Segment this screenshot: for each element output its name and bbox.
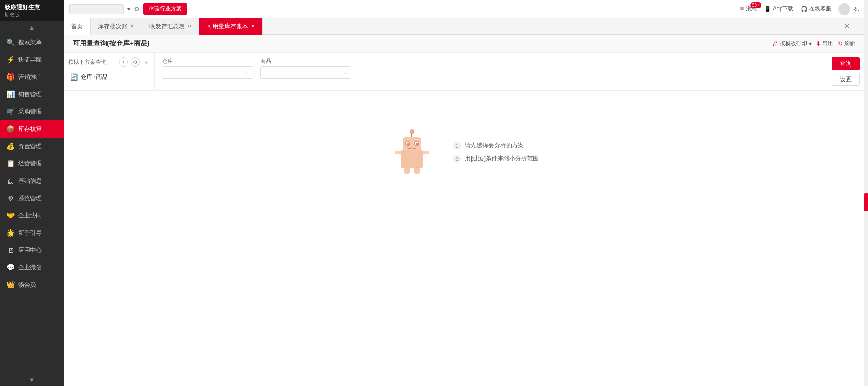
refresh-icon: ↻ bbox=[838, 41, 843, 47]
filter-product-input[interactable] bbox=[264, 69, 343, 76]
sidebar-item-operation[interactable]: 📋 经营管理 bbox=[0, 155, 64, 172]
sidebar-item-basic[interactable]: 🗂 基础信息 bbox=[0, 172, 64, 190]
filter-warehouse-input[interactable] bbox=[165, 69, 245, 76]
query-schemes: 按以下方案查询 + ⚙ « 🔄 仓库+商品 bbox=[64, 53, 155, 90]
shortcut-icon: ⚡ bbox=[6, 56, 15, 64]
filter-product: 商品 ··· bbox=[260, 57, 351, 79]
tab-batch-close[interactable]: ✕ bbox=[130, 23, 134, 29]
empty-robot-illustration bbox=[389, 127, 435, 177]
sidebar-item-system[interactable]: ⚙ 系统管理 bbox=[0, 190, 64, 207]
online-service-icon: 🎧 bbox=[801, 6, 807, 12]
print-btn[interactable]: 🖨 按模板打印 ▾ bbox=[772, 40, 812, 47]
page-actions: 🖨 按模板打印 ▾ ⬇ 导出 ↻ 刷新 bbox=[772, 40, 855, 47]
tab-close-btn[interactable]: ✕ bbox=[844, 22, 850, 31]
sidebar-item-appstore[interactable]: 🖥 应用中心 bbox=[0, 242, 64, 259]
topbar-right: ✉ 消息 99+ 📱 App下载 🎧 在线客服 Rit bbox=[740, 3, 859, 15]
page-header: 可用量查询(按仓库+商品) 🖨 按模板打印 ▾ ⬇ 导出 ↻ 刷新 bbox=[64, 35, 864, 53]
online-service-btn[interactable]: 🎧 在线客服 bbox=[801, 5, 831, 13]
sidebar-item-search[interactable]: 🔍 搜索菜单 bbox=[0, 34, 64, 51]
scheme-warehouse-product[interactable]: 🔄 仓库+商品 bbox=[64, 70, 154, 84]
sidebar-item-label: 销售管理 bbox=[18, 90, 42, 98]
sales-icon: 📊 bbox=[6, 90, 15, 98]
inventory-icon: 📦 bbox=[6, 125, 15, 133]
tab-available-label: 可用量库存账本 bbox=[207, 22, 248, 31]
settings-scheme-btn[interactable]: ⚙ bbox=[131, 57, 140, 67]
tab-expand-btn[interactable]: ⛶ bbox=[853, 22, 861, 31]
system-icon: ⚙ bbox=[6, 194, 15, 202]
refresh-label: 刷新 bbox=[844, 40, 855, 47]
query-btn[interactable]: 查询 bbox=[832, 57, 860, 70]
filter-product-dots[interactable]: ··· bbox=[343, 69, 348, 76]
filter-area: 仓库 ··· 商品 ··· bbox=[155, 53, 832, 90]
right-edge-scrollbar bbox=[864, 0, 868, 386]
tab-summary[interactable]: 收发存汇总表 ✕ bbox=[142, 18, 199, 35]
add-scheme-btn[interactable]: + bbox=[119, 57, 128, 67]
newbie-icon: 🌟 bbox=[6, 229, 15, 237]
sidebar-item-label: 新手引导 bbox=[18, 229, 42, 237]
sidebar-item-member[interactable]: 👑 畅会员 bbox=[0, 276, 64, 293]
sidebar-item-label: 搜索菜单 bbox=[18, 38, 42, 46]
member-icon: 👑 bbox=[6, 281, 15, 289]
print-dropdown-icon[interactable]: ▾ bbox=[809, 41, 812, 47]
sidebar-item-newbie[interactable]: 🌟 新手引导 bbox=[0, 224, 64, 242]
svg-rect-8 bbox=[395, 151, 401, 154]
svg-rect-10 bbox=[404, 167, 410, 174]
empty-hint-1: 1 请先选择要分析的方案 bbox=[453, 141, 539, 150]
tab-available[interactable]: 可用量库存账本 ✕ bbox=[199, 18, 263, 35]
sidebar-item-label: 基础信息 bbox=[18, 177, 42, 185]
tabbar-right: ✕ ⛶ bbox=[844, 22, 864, 31]
sidebar-item-label: 营销推广 bbox=[18, 73, 42, 81]
search-nav-icon: 🔍 bbox=[6, 38, 15, 46]
message-btn[interactable]: ✉ 消息 99+ bbox=[740, 5, 757, 13]
sidebar-item-marketing[interactable]: 🎁 营销推广 bbox=[0, 68, 64, 86]
filter-warehouse-dots[interactable]: ··· bbox=[245, 69, 250, 76]
user-name: Rit bbox=[852, 6, 859, 12]
message-badge: 99+ bbox=[750, 2, 761, 8]
tab-summary-close[interactable]: ✕ bbox=[188, 23, 192, 29]
tab-home-label: 首页 bbox=[71, 22, 83, 31]
sidebar: 畅康通好生意 标准版 ▲ 🔍 搜索菜单 ⚡ 快捷导航 🎁 营销推广 📊 销售管理… bbox=[0, 0, 64, 386]
user-avatar-btn[interactable]: Rit bbox=[838, 3, 859, 15]
topbar-search-input[interactable] bbox=[69, 4, 124, 14]
sidebar-item-label: 企业协同 bbox=[18, 211, 42, 220]
tab-home[interactable]: 首页 bbox=[64, 18, 91, 35]
filter-row: 仓库 ··· 商品 ··· bbox=[162, 57, 824, 79]
appstore-icon: 🖥 bbox=[6, 247, 15, 254]
sidebar-item-label: 应用中心 bbox=[18, 246, 42, 254]
sidebar-item-enterprise[interactable]: 🤝 企业协同 bbox=[0, 207, 64, 224]
sidebar-scroll-up[interactable]: ▲ bbox=[0, 21, 64, 34]
sidebar-item-sales[interactable]: 📊 销售管理 bbox=[0, 86, 64, 103]
svg-rect-0 bbox=[401, 150, 423, 168]
filter-product-label: 商品 bbox=[260, 57, 351, 65]
refresh-btn[interactable]: ↻ 刷新 bbox=[838, 40, 855, 47]
sidebar-scroll-down[interactable]: ▼ bbox=[0, 374, 64, 386]
wechat-icon: 💬 bbox=[6, 263, 15, 272]
export-btn[interactable]: ⬇ 导出 bbox=[816, 40, 833, 47]
empty-hints: 1 请先选择要分析的方案 2 用[过滤]条件来缩小分析范围 bbox=[453, 141, 539, 163]
online-service-label: 在线客服 bbox=[809, 5, 831, 13]
settings-btn[interactable]: 设置 bbox=[832, 73, 860, 86]
print-icon: 🖨 bbox=[772, 41, 778, 47]
svg-point-5 bbox=[416, 143, 418, 145]
sidebar-item-finance[interactable]: 💰 资金管理 bbox=[0, 138, 64, 155]
topbar-industry-btn[interactable]: 体验行业方案 bbox=[143, 3, 187, 15]
app-download-btn[interactable]: 📱 App下载 bbox=[764, 5, 793, 13]
sidebar-item-inventory[interactable]: 📦 库存核算 bbox=[0, 120, 64, 138]
enterprise-icon: 🤝 bbox=[6, 211, 15, 220]
collapse-schemes-btn[interactable]: « bbox=[142, 57, 150, 67]
topbar-gear-btn[interactable]: ⚙ bbox=[134, 5, 140, 13]
tab-batch-label: 库存批次账 bbox=[98, 22, 127, 31]
tab-available-close[interactable]: ✕ bbox=[251, 23, 255, 29]
empty-hint-2: 2 用[过滤]条件来缩小分析范围 bbox=[453, 154, 539, 163]
content-inner: 可用量查询(按仓库+商品) 🖨 按模板打印 ▾ ⬇ 导出 ↻ 刷新 bbox=[64, 35, 864, 386]
message-icon: ✉ bbox=[740, 6, 744, 12]
svg-rect-11 bbox=[414, 167, 420, 174]
sidebar-item-purchase[interactable]: 🛒 采购管理 bbox=[0, 103, 64, 120]
topbar-dropdown-btn[interactable]: ▾ bbox=[127, 6, 130, 12]
sidebar-item-wechat[interactable]: 💬 企业微信 bbox=[0, 259, 64, 276]
sidebar-item-shortcut[interactable]: ⚡ 快捷导航 bbox=[0, 51, 64, 68]
right-edge-handle bbox=[864, 193, 868, 211]
tab-batch[interactable]: 库存批次账 ✕ bbox=[91, 18, 142, 35]
sidebar-item-label: 库存核算 bbox=[18, 125, 42, 133]
filter-warehouse-label: 仓库 bbox=[162, 57, 253, 65]
